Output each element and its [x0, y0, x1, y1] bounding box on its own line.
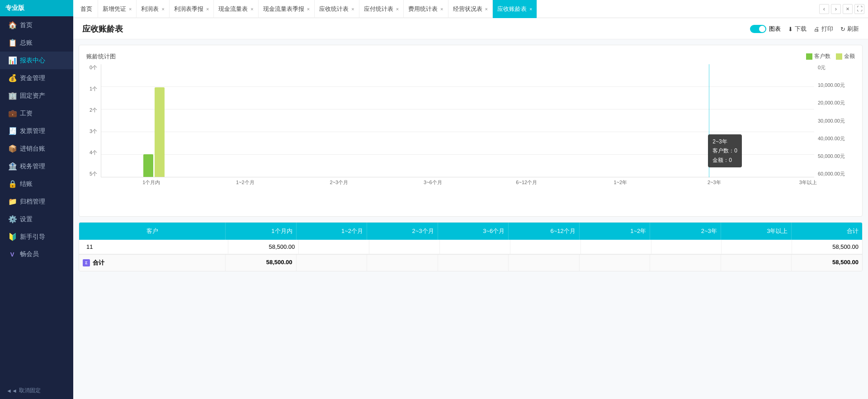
tab-scroll-left[interactable]: ‹ [819, 4, 829, 14]
download-button[interactable]: ⬇ 下载 [788, 25, 807, 33]
page-title: 应收账龄表 [82, 24, 123, 34]
tab-payable-stat-label: 应付统计表 [364, 5, 393, 13]
tf-label-text: 合计 [93, 259, 104, 267]
sidebar-item-closing[interactable]: 🔒 结账 [0, 175, 73, 193]
total-icon: Σ [83, 259, 90, 266]
sidebar-item-settings[interactable]: ⚙️ 设置 [0, 210, 73, 228]
asset-icon: 🏢 [8, 91, 16, 100]
tab-voucher[interactable]: 新增凭证 × [98, 0, 137, 18]
tab-cashflow[interactable]: 现金流量表 × [214, 0, 258, 18]
sidebar: 专业版 🏠 首页 📋 总账 📊 报表中心 💰 资金管理 🏢 固定资产 💼 工资 … [0, 0, 73, 399]
print-button[interactable]: 🖨 打印 [814, 25, 833, 33]
sidebar-item-vip[interactable]: V 畅会员 [0, 246, 73, 263]
sidebar-label-tax: 税务管理 [20, 162, 45, 171]
th-year2-3: 2~3年 [650, 223, 721, 240]
table-footer: Σ 合计 58,500.00 58,500.00 [79, 254, 862, 271]
x-label-month1-2: 1~2个月 [198, 179, 292, 186]
tab-payable-stat[interactable]: 应付统计表 × [359, 0, 404, 18]
refresh-button[interactable]: ↻ 刷新 [840, 25, 859, 33]
x-label-month1: 1个月内 [104, 179, 198, 186]
fund-icon: 💰 [8, 74, 16, 82]
tab-voucher-close[interactable]: × [129, 6, 132, 12]
sidebar-item-home[interactable]: 🏠 首页 [0, 16, 73, 34]
bar-month1 [110, 64, 197, 177]
bar-month1-2 [197, 64, 284, 177]
sidebar-item-tax[interactable]: 🏦 税务管理 [0, 157, 73, 175]
sidebar-item-purchase[interactable]: 📦 进销台账 [0, 140, 73, 157]
tab-payable-stat-close[interactable]: × [396, 6, 399, 12]
toggle-track[interactable] [750, 25, 766, 33]
chart-toggle[interactable]: 图表 [750, 25, 781, 33]
tab-expense-stat-close[interactable]: × [440, 6, 443, 12]
tooltip-customer-count: 客户数：0 [712, 146, 737, 155]
bar-month2-3 [284, 64, 371, 177]
td-month1-2-0 [299, 240, 369, 254]
table-section: 客户 1个月内 1~2个月 2~3个月 3~6个月 6~12个月 1~2年 2~… [79, 222, 863, 271]
toggle-pin-label: 取消固定 [19, 387, 41, 394]
sidebar-label-report: 报表中心 [20, 57, 45, 65]
sidebar-item-archive[interactable]: 📁 归档管理 [0, 193, 73, 210]
tab-operation-close[interactable]: × [485, 6, 488, 12]
tab-profit-label: 利润表 [141, 5, 159, 13]
th-month3-6: 3~6个月 [438, 223, 509, 240]
tab-profit-quarter-close[interactable]: × [206, 6, 209, 12]
toggle-pin-button[interactable]: ◄◄ 取消固定 [0, 382, 73, 399]
th-month6-12: 6~12个月 [509, 223, 580, 240]
tf-month1: 58,500.00 [226, 255, 297, 271]
tab-receivable-stat-label: 应收统计表 [319, 5, 349, 13]
tab-profit[interactable]: 利润表 × [137, 0, 169, 18]
closing-icon: 🔒 [8, 180, 16, 188]
tab-cashflow-quarter-close[interactable]: × [307, 6, 310, 12]
y-right-0: 0元 [818, 64, 826, 71]
tab-operation[interactable]: 经营状况表 × [448, 0, 493, 18]
tab-profit-quarter[interactable]: 利润表季报 × [170, 0, 214, 18]
th-year1-2: 1~2年 [580, 223, 651, 240]
tab-cashflow-quarter[interactable]: 现金流量表季报 × [259, 0, 315, 18]
tab-expense-stat[interactable]: 费用统计表 × [404, 0, 448, 18]
tab-receivable-age-close[interactable]: × [529, 6, 532, 12]
sidebar-label-settings: 设置 [20, 215, 33, 223]
tab-scroll-right[interactable]: › [831, 4, 841, 14]
x-label-year1-2: 1~2年 [574, 179, 668, 186]
pin-icon: ◄◄ [6, 388, 17, 394]
sidebar-item-guide[interactable]: 🔰 新手引导 [0, 228, 73, 246]
tf-total: 58,500.00 [792, 255, 862, 271]
th-month1: 1个月内 [226, 223, 297, 240]
tab-close-all[interactable]: × [843, 4, 853, 14]
sidebar-item-ledger[interactable]: 📋 总账 [0, 34, 73, 52]
x-label-year3plus: 3年以上 [761, 179, 855, 186]
tab-receivable-age[interactable]: 应收账龄表 × [493, 0, 537, 18]
sidebar-label-salary: 工资 [20, 109, 33, 118]
vip-icon: V [8, 251, 16, 258]
tab-cashflow-close[interactable]: × [250, 6, 253, 12]
y-right-10000: 10,000.00元 [818, 82, 845, 89]
tf-year3plus [721, 255, 792, 271]
sidebar-item-asset[interactable]: 🏢 固定资产 [0, 87, 73, 104]
y-left-5: 5个 [90, 171, 97, 177]
sidebar-item-salary[interactable]: 💼 工资 [0, 104, 73, 122]
x-label-month3-6: 3~6个月 [386, 179, 480, 186]
tab-home[interactable]: 首页 [75, 0, 98, 18]
sidebar-item-report[interactable]: 📊 报表中心 [0, 52, 73, 69]
sidebar-item-fund[interactable]: 💰 资金管理 [0, 69, 73, 87]
tab-receivable-stat[interactable]: 应收统计表 × [315, 0, 359, 18]
y-right-30000: 30,000.00元 [818, 118, 845, 124]
sidebar-item-invoice[interactable]: 🧾 发票管理 [0, 122, 73, 140]
y-right-60000: 60,000.00元 [818, 171, 845, 177]
tab-profit-close[interactable]: × [161, 6, 164, 12]
legend-customer-count: 客户数 [806, 52, 830, 60]
print-icon: 🖨 [814, 26, 820, 33]
y-left-4: 4个 [90, 149, 97, 156]
sidebar-label-home: 首页 [20, 21, 33, 29]
tab-fullscreen[interactable]: ⛶ [854, 4, 864, 14]
y-right-20000: 20,000.00元 [818, 100, 845, 106]
tf-year2-3 [650, 255, 721, 271]
settings-icon: ⚙️ [8, 215, 16, 223]
y-right-40000: 40,000.00元 [818, 135, 845, 142]
td-month1-0: 58,500.00 [228, 240, 299, 254]
tab-receivable-age-label: 应收账龄表 [497, 5, 527, 13]
chart-legend: 客户数 金额 [806, 52, 855, 60]
tab-receivable-stat-close[interactable]: × [351, 6, 354, 12]
th-total: 合计 [792, 223, 862, 240]
y-left-2: 2个 [90, 107, 97, 114]
